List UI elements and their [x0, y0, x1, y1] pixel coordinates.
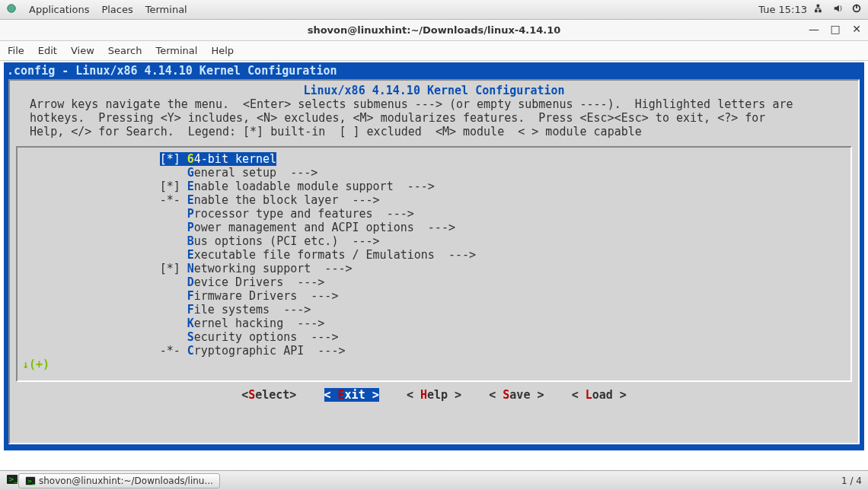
window-maximize-button[interactable]: □ [828, 23, 842, 35]
menuconfig-dialog: Linux/x86 4.14.10 Kernel Configuration A… [8, 79, 860, 444]
menu-item[interactable]: Bus options (PCI etc.) ---> [22, 234, 846, 248]
network-icon[interactable] [815, 3, 825, 16]
topbar-clock[interactable]: Tue 15:13 [758, 4, 807, 15]
workspace-indicator[interactable]: 1 / 4 [841, 476, 862, 486]
svg-text:>_: >_ [8, 476, 18, 483]
bottom-taskbar: >_ >_ shovon@linuxhint:~/Downloads/linu.… [0, 470, 868, 490]
topbar-places[interactable]: Places [101, 4, 132, 15]
dialog-button[interactable]: < Load > [572, 388, 627, 402]
window-minimize-button[interactable]: — [807, 23, 821, 35]
menu-item[interactable]: Firmware Drivers ---> [22, 289, 846, 303]
menu-item[interactable]: Security options ---> [22, 330, 846, 344]
dialog-button[interactable]: < Save > [489, 388, 544, 402]
dialog-button-row: <Select> < Exit > < Help > < Save > < Lo… [16, 388, 852, 402]
menu-item[interactable]: Power management and ACPI options ---> [22, 221, 846, 234]
menu-item[interactable]: -*- Enable the block layer ---> [22, 193, 846, 207]
menuconfig-header: .config - Linux/x86 4.14.10 Kernel Confi… [4, 62, 864, 79]
menu-view[interactable]: View [71, 45, 94, 56]
topbar-logo-icon [6, 3, 17, 16]
dialog-button[interactable]: < Help > [407, 388, 461, 402]
menu-item[interactable]: Processor type and features ---> [22, 207, 846, 221]
terminal-area[interactable]: .config - Linux/x86 4.14.10 Kernel Confi… [4, 62, 864, 450]
dialog-button[interactable]: <Select> [241, 388, 296, 402]
menu-item[interactable]: Executable file formats / Emulations ---… [22, 248, 846, 262]
menu-item[interactable]: [*] Enable loadable module support ---> [22, 180, 846, 193]
gnome-topbar: Applications Places Terminal Tue 15:13 [0, 0, 868, 20]
menu-item[interactable]: Device Drivers ---> [22, 275, 846, 289]
window-title: shovon@linuxhint:~/Downloads/linux-4.14.… [308, 24, 561, 36]
menu-item[interactable]: [*] Networking support ---> [22, 262, 846, 275]
svg-rect-2 [815, 10, 818, 13]
svg-text:>_: >_ [27, 477, 36, 484]
dialog-title: Linux/x86 4.14.10 Kernel Configuration [16, 84, 852, 97]
menu-item[interactable]: -*- Cryptographic API ---> [22, 344, 846, 358]
topbar-terminal[interactable]: Terminal [145, 4, 187, 15]
menu-item[interactable]: Kernel hacking ---> [22, 317, 846, 330]
menu-file[interactable]: File [8, 45, 24, 56]
topbar-applications[interactable]: Applications [29, 4, 89, 15]
menu-more-indicator: ↓(+) [22, 358, 846, 371]
svg-rect-1 [817, 5, 820, 8]
menu-item[interactable]: General setup ---> [22, 166, 846, 180]
window-close-button[interactable]: ✕ [850, 23, 863, 35]
app-menubar: File Edit View Search Terminal Help [0, 41, 868, 61]
power-icon[interactable] [851, 3, 862, 16]
dialog-button[interactable]: < Exit > [324, 388, 379, 402]
taskbar-task-label: shovon@linuxhint:~/Downloads/linu... [39, 476, 213, 486]
taskbar-task[interactable]: >_ shovon@linuxhint:~/Downloads/linu... [18, 473, 220, 488]
menu-terminal[interactable]: Terminal [155, 45, 197, 56]
menu-item[interactable]: File systems ---> [22, 303, 846, 317]
menu-item[interactable]: [*] 64-bit kernel [22, 152, 276, 166]
dialog-help-text: Arrow keys navigate the menu. <Enter> se… [16, 97, 852, 138]
window-titlebar[interactable]: shovon@linuxhint:~/Downloads/linux-4.14.… [0, 20, 868, 41]
menu-search[interactable]: Search [108, 45, 142, 56]
svg-rect-3 [819, 10, 822, 13]
taskbar-terminal-icon[interactable]: >_ [6, 473, 18, 488]
volume-icon[interactable] [833, 3, 844, 16]
svg-point-0 [8, 5, 16, 13]
menu-edit[interactable]: Edit [38, 45, 57, 56]
menu-help[interactable]: Help [211, 45, 234, 56]
menu-item-list: [*] 64-bit kernel General setup ---> [*]… [16, 146, 852, 382]
